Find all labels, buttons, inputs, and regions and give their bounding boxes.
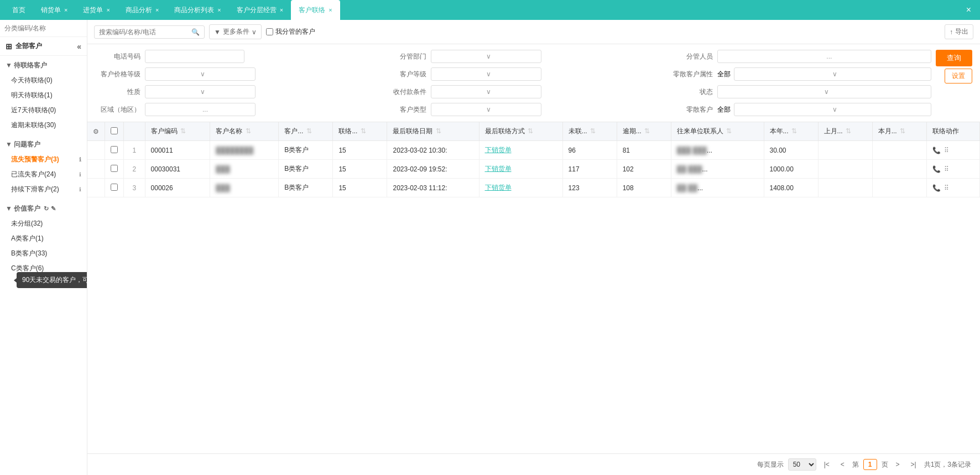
sidebar-item-unclassified[interactable]: 未分组(32) bbox=[0, 216, 87, 231]
table-col-no-contact[interactable]: 未联... ⇅ bbox=[562, 122, 617, 141]
sidebar-item-hold-down[interactable]: 持续下滑客户(2) ℹ bbox=[0, 182, 87, 197]
row1-more-icon[interactable]: ⠿ bbox=[944, 147, 949, 154]
close-product-analysis-tab[interactable]: × bbox=[155, 7, 159, 13]
close-purchase-tab[interactable]: × bbox=[106, 7, 110, 13]
sidebar-group-pending-title[interactable]: ▼ 待联络客户 bbox=[0, 58, 87, 73]
chevron-down-icon: ∨ bbox=[252, 28, 257, 36]
more-filter-button[interactable]: ▼ 更多条件 ∨ bbox=[209, 24, 262, 39]
tab-product-analysis-list[interactable]: 商品分析列表 × bbox=[166, 0, 228, 20]
filter-label-price-level: 客户价格等级 bbox=[95, 70, 145, 79]
filter-select-retail-attr[interactable]: ∨ bbox=[734, 67, 931, 81]
filter-select-customer-level[interactable]: ∨ bbox=[431, 67, 541, 81]
table-col-unit-contact[interactable]: 往来单位联系人 ⇅ bbox=[671, 122, 764, 141]
tab-home[interactable]: 首页 bbox=[4, 0, 33, 20]
filter-col-region: 区域（地区） ... bbox=[95, 103, 359, 116]
refresh-icon[interactable]: ↻ bbox=[44, 205, 49, 212]
edit-icon[interactable]: ✎ bbox=[51, 205, 56, 212]
region-ellipsis-btn[interactable]: ... bbox=[202, 106, 251, 113]
table-col-last-way[interactable]: 最后联络方式 ⇅ bbox=[479, 122, 562, 141]
close-sales-tab[interactable]: × bbox=[64, 7, 67, 13]
query-button[interactable]: 查询 bbox=[936, 50, 972, 66]
row3-action: 📞 ⠿ bbox=[926, 179, 979, 197]
per-page-select[interactable]: 50 100 200 bbox=[788, 458, 816, 471]
row3-last-way[interactable]: 下销货单 bbox=[479, 179, 562, 197]
table-col-level[interactable]: 客户... ⇅ bbox=[279, 122, 333, 141]
sidebar-group-value-title[interactable]: ▼ 价值客户 ↻ ✎ bbox=[0, 201, 87, 216]
sidebar-item-today[interactable]: 今天待联络(0) bbox=[0, 73, 87, 88]
tab-purchase[interactable]: 进货单 × bbox=[75, 0, 117, 20]
table-col-contact[interactable]: 联络... ⇅ bbox=[333, 122, 387, 141]
last-page-button[interactable]: >| bbox=[908, 460, 920, 469]
filter-col-customer-level: 客户等级 ∨ bbox=[381, 67, 645, 81]
close-customer-contact-tab[interactable]: × bbox=[329, 7, 332, 13]
row2-overdue: 102 bbox=[617, 160, 671, 179]
sidebar-item-tomorrow[interactable]: 明天待联络(1) bbox=[0, 88, 87, 103]
filter-select-nature[interactable]: ∨ bbox=[145, 85, 256, 98]
filter-select-price-level[interactable]: ∨ bbox=[145, 67, 256, 81]
row1-last-way[interactable]: 下销货单 bbox=[479, 141, 562, 160]
row3-checkbox[interactable] bbox=[111, 184, 118, 191]
sidebar-item-at-risk-pred[interactable]: 流失预警客户(3) ℹ bbox=[0, 152, 87, 167]
table-col-overdue[interactable]: 逾期... ⇅ bbox=[617, 122, 671, 141]
sidebar-item-lost[interactable]: 已流失客户(24) ℹ bbox=[0, 167, 87, 182]
filter-row-3: 性质 ∨ 收付款条件 ∨ bbox=[95, 85, 931, 98]
row2-last-way[interactable]: 下销货单 bbox=[479, 160, 562, 179]
close-product-analysis-list-tab[interactable]: × bbox=[217, 7, 221, 13]
row2-no-contact: 117 bbox=[562, 160, 617, 179]
sidebar-group-atrisk-title[interactable]: ▼ 问题客户 bbox=[0, 137, 87, 152]
settings-button[interactable]: 设置 bbox=[945, 69, 972, 83]
row1-code: 000011 bbox=[145, 141, 210, 160]
row2-phone-icon[interactable]: 📞 bbox=[932, 165, 941, 173]
first-page-button[interactable]: |< bbox=[821, 460, 833, 469]
sidebar-item-overdue-contact[interactable]: 逾期未联络(30) bbox=[0, 118, 87, 133]
row2-more-icon[interactable]: ⠿ bbox=[944, 165, 949, 173]
tab-product-analysis[interactable]: 商品分析 × bbox=[118, 0, 166, 20]
close-customer-segment-tab[interactable]: × bbox=[280, 7, 283, 13]
select-all-checkbox[interactable] bbox=[111, 127, 118, 134]
filter-select-region[interactable]: ... bbox=[145, 103, 256, 116]
chevron-dept: ∨ bbox=[486, 53, 536, 60]
row3-more-icon[interactable]: ⠿ bbox=[944, 184, 949, 192]
filter-input-phone[interactable] bbox=[145, 50, 244, 63]
tab-customer-contact[interactable]: 客户联络 × bbox=[291, 0, 340, 20]
filter-select-manager[interactable]: ... bbox=[717, 50, 931, 63]
table-col-settings[interactable]: ⚙ bbox=[87, 122, 105, 141]
table-col-last-date[interactable]: 最后联络日期 ⇅ bbox=[387, 122, 479, 141]
tab-sales[interactable]: 销货单 × bbox=[33, 0, 75, 20]
row1-checkbox[interactable] bbox=[111, 146, 118, 153]
grid-icon: ⊞ bbox=[6, 42, 12, 51]
table-col-this-month[interactable]: 本月... ⇅ bbox=[872, 122, 926, 141]
close-all-button[interactable]: × bbox=[962, 5, 976, 15]
sidebar-item-a-class[interactable]: A类客户(1) bbox=[0, 231, 87, 246]
row1-contact: 15 bbox=[333, 141, 387, 160]
next-page-button[interactable]: > bbox=[893, 460, 903, 469]
row1-action-icons: 📞 ⠿ bbox=[932, 147, 974, 154]
table-col-this-year[interactable]: 本年... ⇅ bbox=[764, 122, 818, 141]
search-input[interactable] bbox=[99, 28, 191, 36]
table-col-name[interactable]: 客户名称 ⇅ bbox=[210, 122, 279, 141]
export-button[interactable]: ↑ 导出 bbox=[945, 24, 973, 39]
search-button-icon[interactable]: 🔍 bbox=[191, 28, 200, 36]
filter-select-retail[interactable]: ∨ bbox=[734, 103, 931, 116]
filter-select-customer-type[interactable]: ∨ bbox=[431, 103, 541, 116]
row2-unit-contact: ██ ███... bbox=[671, 160, 764, 179]
info-icon-pred: ℹ bbox=[79, 156, 81, 163]
sidebar-item-7days[interactable]: 近7天待联络(0) bbox=[0, 103, 87, 118]
filter-label-payment: 收付款条件 bbox=[381, 87, 431, 97]
my-customers-checkbox[interactable] bbox=[266, 28, 273, 35]
sidebar-collapse-button[interactable]: « bbox=[77, 42, 81, 51]
filter-select-dept[interactable]: ∨ bbox=[431, 50, 541, 63]
row1-phone-icon[interactable]: 📞 bbox=[932, 147, 941, 154]
sidebar-search-input[interactable] bbox=[4, 24, 87, 32]
table-col-code[interactable]: 客户编码 ⇅ bbox=[145, 122, 210, 141]
tab-customer-segment[interactable]: 客户分层经营 × bbox=[229, 0, 291, 20]
row2-checkbox[interactable] bbox=[111, 165, 118, 172]
table-col-last-month[interactable]: 上月... ⇅ bbox=[818, 122, 872, 141]
filter-select-status[interactable]: ∨ bbox=[717, 85, 931, 98]
my-customers-checkbox-label[interactable]: 我分管的客户 bbox=[266, 27, 315, 36]
filter-select-payment[interactable]: ∨ bbox=[431, 85, 541, 98]
row3-phone-icon[interactable]: 📞 bbox=[932, 184, 941, 192]
manager-ellipsis-btn[interactable]: ... bbox=[826, 53, 926, 60]
sidebar-item-b-class[interactable]: B类客户(33) bbox=[0, 246, 87, 261]
prev-page-button[interactable]: < bbox=[837, 460, 848, 469]
